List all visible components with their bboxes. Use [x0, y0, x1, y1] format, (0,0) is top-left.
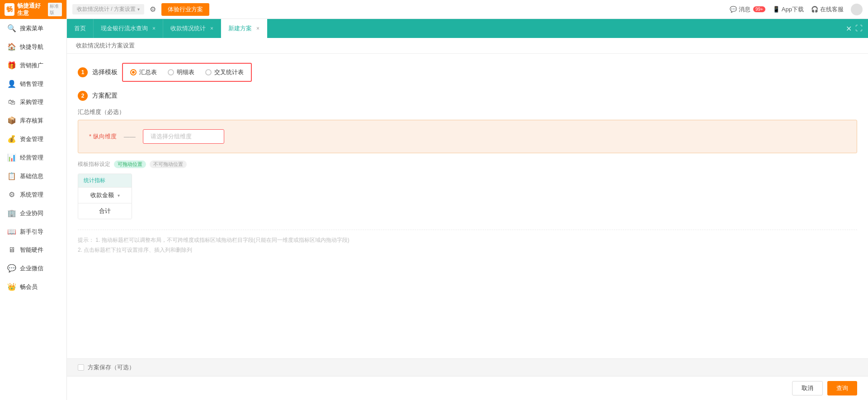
metrics-header-label: 统计指标 — [84, 177, 105, 184]
sidebar-item-inventory[interactable]: 📦 库存核算 — [0, 111, 66, 130]
draggable-hint-badge: 可拖动位置 — [114, 160, 146, 168]
close-window-icon[interactable]: ✕ — [846, 24, 852, 33]
gift-icon: 🎁 — [7, 61, 16, 70]
tab-new-plan-close-icon[interactable]: × — [256, 25, 259, 32]
notification-button[interactable]: 💬 消息 99+ — [730, 5, 765, 14]
radio-cross-input[interactable] — [205, 69, 212, 75]
radio-detail[interactable]: 明细表 — [168, 68, 194, 76]
tab-bank-flow-label: 现金银行流水查询 — [101, 24, 148, 33]
footer-bar: 取消 查询 — [67, 376, 868, 400]
step1-header: 1 选择模板 汇总表 明细表 交叉统计表 — [78, 63, 857, 82]
settings-icon: ⚙ — [7, 190, 16, 199]
save-checkbox[interactable] — [78, 364, 84, 371]
industry-solution-button[interactable]: 体验行业方案 — [161, 3, 209, 16]
breadcrumb[interactable]: 收款情况统计 / 方案设置 ▾ — [72, 4, 144, 14]
chat-icon: 💬 — [7, 264, 16, 273]
sidebar-item-wechat[interactable]: 💬 企业微信 — [0, 259, 66, 278]
radio-summary-label: 汇总表 — [139, 68, 157, 76]
app-download-button[interactable]: 📱 App下载 — [773, 5, 804, 14]
dimension-area: 纵向维度 —— 请选择分组维度 — [78, 120, 857, 153]
query-button[interactable]: 查询 — [827, 381, 857, 395]
sidebar-item-label: 营销推广 — [20, 61, 43, 70]
sidebar-item-label: 畅会员 — [20, 283, 38, 291]
dimension-row: 纵向维度 —— 请选择分组维度 — [89, 129, 846, 144]
save-option: 方案保存（可选） — [67, 358, 868, 376]
sidebar-item-basic[interactable]: 📋 基础信息 — [0, 167, 66, 185]
tab-bank-flow-close-icon[interactable]: × — [152, 25, 156, 32]
tip-text-2: 2. 点击标题栏下拉可设置排序、插入列和删除列 — [78, 245, 857, 255]
tab-controls: ✕ ⛶ — [840, 24, 868, 33]
sidebar-item-guide[interactable]: 📖 新手引导 — [0, 222, 66, 241]
notification-badge: 99+ — [753, 6, 765, 12]
sidebar-item-marketing[interactable]: 🎁 营销推广 — [0, 56, 66, 75]
sidebar-item-label: 企业微信 — [20, 264, 43, 273]
service-icon: 🎧 — [811, 6, 818, 13]
step1-section: 1 选择模板 汇总表 明细表 交叉统计表 — [78, 63, 857, 82]
page-header: 收款情况统计方案设置 — [67, 38, 868, 54]
sidebar-item-system[interactable]: ⚙ 系统管理 — [0, 185, 66, 204]
metrics-amount-label: 收款金额 — [90, 191, 114, 199]
online-service-button[interactable]: 🎧 在线客服 — [811, 5, 844, 14]
tabbar: 首页 现金银行流水查询 × 收款情况统计 × 新建方案 × ✕ ⛶ — [67, 19, 868, 38]
sidebar-item-label: 快捷导航 — [20, 43, 43, 51]
sidebar-item-sales[interactable]: 👤 销售管理 — [0, 75, 66, 93]
sidebar-item-corp[interactable]: 🏢 企业协同 — [0, 204, 66, 222]
radio-cross[interactable]: 交叉统计表 — [205, 68, 244, 76]
content-area: 收款情况统计方案设置 1 选择模板 汇总表 明细表 — [67, 38, 868, 400]
sidebar-item-finance[interactable]: 💰 资金管理 — [0, 130, 66, 148]
dimension-select[interactable]: 请选择分组维度 — [143, 129, 224, 144]
radio-detail-input[interactable] — [168, 69, 174, 75]
metrics-table: 统计指标 收款金额 ▾ 合计 — [78, 174, 132, 219]
tab-collection-stats-label: 收款情况统计 — [170, 24, 206, 33]
radio-detail-label: 明细表 — [177, 68, 194, 76]
radio-summary[interactable]: 汇总表 — [130, 68, 157, 76]
sidebar-item-label: 销售管理 — [20, 80, 43, 88]
building-icon: 🏢 — [7, 209, 16, 217]
breadcrumb-text: 收款情况统计 / 方案设置 — [77, 5, 136, 13]
settings-gear-icon[interactable]: ⚙ — [150, 5, 156, 14]
sidebar-item-member[interactable]: 👑 畅会员 — [0, 278, 66, 296]
form-area: 1 选择模板 汇总表 明细表 交叉统计表 — [67, 54, 868, 358]
metrics-hint: 模板指标设定 可拖动位置 不可拖动位置 — [78, 160, 857, 168]
tab-collection-stats-close-icon[interactable]: × — [210, 25, 213, 32]
book-icon: 📖 — [7, 227, 16, 236]
cancel-button[interactable]: 取消 — [792, 381, 823, 395]
sidebar-item-purchase[interactable]: 🛍 采购管理 — [0, 93, 66, 111]
tab-home[interactable]: 首页 — [67, 19, 94, 38]
tab-bank-flow[interactable]: 现金银行流水查询 × — [94, 19, 163, 38]
topbar: 收款情况统计 / 方案设置 ▾ ⚙ 体验行业方案 💬 消息 99+ 📱 App下… — [67, 0, 868, 19]
user-avatar[interactable] — [851, 4, 863, 15]
metrics-row-total[interactable]: 合计 — [78, 203, 132, 219]
vertical-dimension-label: 纵向维度 — [89, 132, 117, 141]
logo-icon: 畅 — [5, 3, 14, 16]
tips-area: 提示： 1. 拖动标题栏可以调整布局，不可跨维度或指标区域拖动栏目字段(只能在同… — [78, 230, 857, 260]
sidebar-item-label: 基础信息 — [20, 172, 43, 180]
tab-home-label: 首页 — [74, 24, 86, 33]
radio-summary-input[interactable] — [130, 69, 137, 75]
arrow-icon: —— — [124, 133, 136, 140]
topbar-right: 💬 消息 99+ 📱 App下载 🎧 在线客服 — [730, 4, 863, 15]
sidebar-item-label: 新手引导 — [20, 228, 43, 236]
sidebar-item-quick-nav[interactable]: 🏠 快捷导航 — [0, 38, 66, 56]
template-options: 汇总表 明细表 交叉统计表 — [122, 63, 252, 82]
tab-collection-stats[interactable]: 收款情况统计 × — [163, 19, 221, 38]
metrics-row-amount[interactable]: 收款金额 ▾ — [78, 188, 132, 203]
sidebar: 畅 畅捷通好生意 标准版 🔍 搜索菜单 🏠 快捷导航 🎁 营销推广 👤 销售管理… — [0, 0, 67, 400]
monitor-icon: 🖥 — [7, 246, 16, 254]
tab-new-plan[interactable]: 新建方案 × — [221, 19, 267, 38]
sidebar-item-operation[interactable]: 📊 经营管理 — [0, 148, 66, 167]
sidebar-logo: 畅 畅捷通好生意 标准版 — [0, 0, 66, 19]
maximize-window-icon[interactable]: ⛶ — [855, 24, 863, 33]
sidebar-badge: 标准版 — [48, 3, 62, 16]
chart-icon: 📊 — [7, 153, 16, 162]
metrics-table-header: 统计指标 — [78, 174, 132, 188]
sidebar-item-hardware[interactable]: 🖥 智能硬件 — [0, 241, 66, 259]
metrics-amount-dropdown-icon[interactable]: ▾ — [118, 193, 120, 198]
step2-num: 2 — [78, 91, 88, 101]
sidebar-item-search[interactable]: 🔍 搜索菜单 — [0, 19, 66, 38]
sidebar-item-label: 采购管理 — [20, 98, 43, 106]
sidebar-item-label: 搜索菜单 — [20, 24, 43, 33]
sidebar-nav: 🔍 搜索菜单 🏠 快捷导航 🎁 营销推广 👤 销售管理 🛍 采购管理 📦 库存核… — [0, 19, 66, 400]
bag-icon: 🛍 — [7, 98, 16, 106]
page-header-text: 收款情况统计方案设置 — [76, 42, 135, 49]
